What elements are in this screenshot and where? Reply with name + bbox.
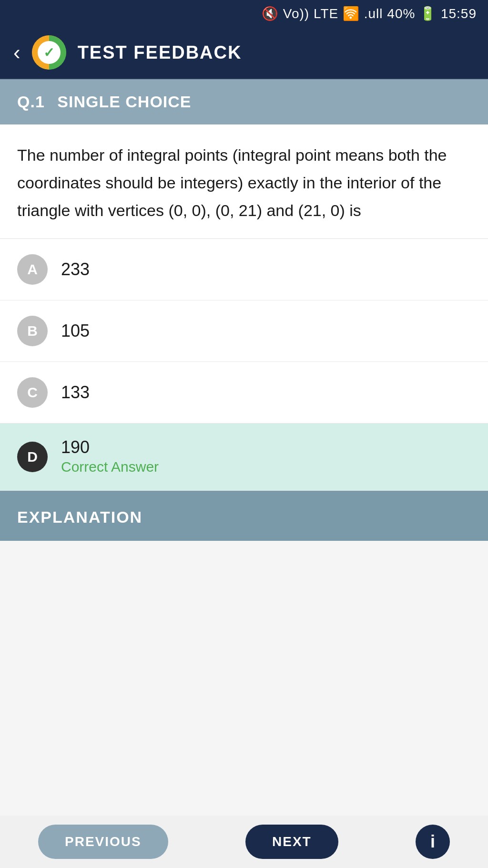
next-button[interactable]: NEXT [245, 825, 338, 859]
option-a-value: 233 [61, 261, 90, 278]
correct-answer-label: Correct Answer [61, 459, 159, 475]
question-text: The number of integral points (integral … [17, 142, 471, 224]
question-label-bar: Q.1 SINGLE CHOICE [0, 79, 488, 124]
status-text: 🔇 Vo)) LTE 🛜 .ull 40% 🔋 15:59 [262, 6, 477, 21]
option-c-id: C [27, 384, 38, 401]
explanation-bar: EXPLANATION [0, 491, 488, 541]
bottom-navigation: PREVIOUS NEXT i [0, 816, 488, 868]
option-c-badge: C [17, 377, 48, 408]
back-button[interactable]: ‹ [13, 42, 20, 63]
option-c-value: 133 [61, 384, 90, 401]
option-d[interactable]: D 190 Correct Answer [0, 424, 488, 491]
option-a[interactable]: A 233 [0, 239, 488, 300]
question-label: Q.1 SINGLE CHOICE [17, 93, 471, 111]
options-container: A 233 B 105 C 133 D 190 Correct Answer [0, 239, 488, 491]
header-title: TEST FEEDBACK [78, 42, 242, 63]
option-d-content: 190 Correct Answer [61, 439, 159, 475]
previous-button[interactable]: PREVIOUS [38, 825, 168, 859]
explanation-title: EXPLANATION [17, 508, 142, 526]
status-icons: 🔇 Vo)) LTE 🛜 .ull 40% 🔋 15:59 [262, 6, 477, 21]
app-logo: ✓ [32, 35, 66, 70]
option-b[interactable]: B 105 [0, 300, 488, 362]
question-content: The number of integral points (integral … [0, 124, 488, 239]
option-b-value: 105 [61, 322, 90, 340]
info-button[interactable]: i [416, 825, 450, 859]
option-a-badge: A [17, 254, 48, 285]
question-type: SINGLE CHOICE [57, 93, 191, 111]
status-bar: 🔇 Vo)) LTE 🛜 .ull 40% 🔋 15:59 [0, 0, 488, 27]
option-b-badge: B [17, 316, 48, 346]
logo-checkmark: ✓ [43, 45, 54, 61]
option-d-value: 190 [61, 439, 159, 456]
app-header: ‹ ✓ TEST FEEDBACK [0, 27, 488, 79]
option-b-id: B [27, 323, 38, 339]
option-c[interactable]: C 133 [0, 362, 488, 424]
option-a-id: A [27, 261, 38, 278]
question-number: Q.1 [17, 93, 45, 111]
option-d-badge: D [17, 442, 48, 472]
option-d-id: D [27, 449, 38, 465]
